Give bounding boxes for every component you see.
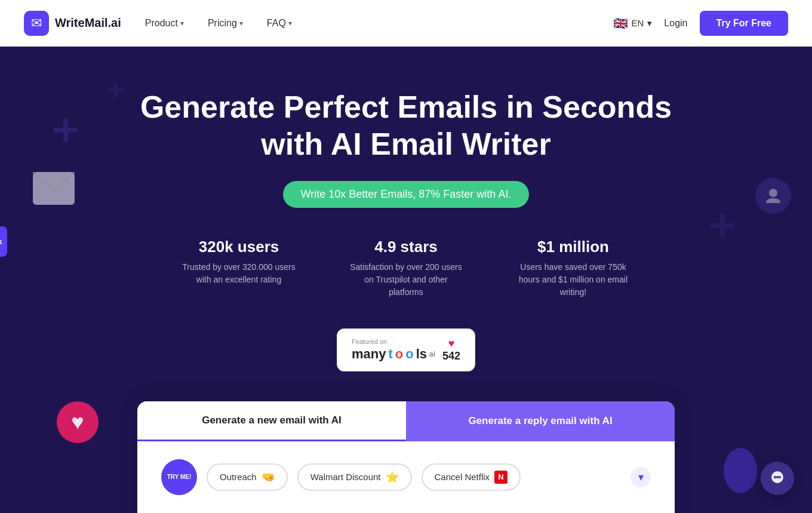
try-free-button[interactable]: Try For Free xyxy=(700,11,788,36)
nav-faq[interactable]: FAQ ▾ xyxy=(267,13,292,33)
decorative-heart: ♥ xyxy=(57,401,99,443)
nav-pricing[interactable]: Pricing ▾ xyxy=(208,13,243,33)
logo[interactable]: ✉ WriteMail.ai xyxy=(24,11,121,36)
manytools-count-section: ♥ 542 xyxy=(442,337,460,363)
tab-body: TRY ME! Outreach 🤜 Walmart Discount ⭐ Ca… xyxy=(137,441,675,513)
chevron-down-icon: ▾ xyxy=(180,19,184,27)
svg-point-12 xyxy=(779,476,781,478)
stat-users: 320k users Trusted by over 320.000 users… xyxy=(179,238,299,299)
chevron-down-icon: ▾ xyxy=(239,19,243,27)
tab-new-email[interactable]: Generate a new email with AI xyxy=(137,401,406,441)
logo-icon: ✉ xyxy=(24,11,49,36)
tab-header: Generate a new email with AI Generate a … xyxy=(137,401,675,441)
chevron-down-icon: ▾ xyxy=(647,18,652,29)
feedback-tab[interactable]: Feedback xyxy=(0,226,7,257)
manytools-featured-label: Featured on xyxy=(352,338,435,345)
pill-outreach[interactable]: Outreach 🤜 xyxy=(207,463,288,491)
chevron-down-icon: ▾ xyxy=(638,471,644,484)
stat-stars-desc: Satisfaction by over 200 users on Trustp… xyxy=(346,261,466,299)
stat-savings: $1 million Users have saved over 750k ho… xyxy=(513,238,633,299)
navbar-left: ✉ WriteMail.ai Product ▾ Pricing ▾ FAQ ▾ xyxy=(24,11,292,36)
navbar: ✉ WriteMail.ai Product ▾ Pricing ▾ FAQ ▾… xyxy=(0,0,812,47)
login-button[interactable]: Login xyxy=(664,18,687,29)
svg-point-11 xyxy=(776,476,779,478)
pills-row: TRY ME! Outreach 🤜 Walmart Discount ⭐ Ca… xyxy=(161,459,651,495)
pill-walmart-label: Walmart Discount xyxy=(310,472,381,482)
decorative-envelope xyxy=(33,172,75,207)
more-options-button[interactable]: ▾ xyxy=(630,467,651,487)
svg-point-10 xyxy=(774,476,776,478)
svg-rect-3 xyxy=(107,88,123,92)
walmart-icon: ⭐ xyxy=(386,471,399,484)
decorative-blob-right xyxy=(722,447,758,497)
stat-savings-value: $1 million xyxy=(513,238,633,256)
svg-rect-6 xyxy=(710,223,734,228)
svg-point-8 xyxy=(724,448,757,493)
decorative-cross-right xyxy=(710,214,734,240)
nav-product[interactable]: Product ▾ xyxy=(145,13,184,33)
decorative-cross-2 xyxy=(107,82,123,100)
stat-stars: 4.9 stars Satisfaction by over 200 users… xyxy=(346,238,466,299)
chat-icon xyxy=(769,470,786,487)
logo-text: WriteMail.ai xyxy=(55,16,121,30)
navbar-right: 🇬🇧 EN ▾ Login Try For Free xyxy=(613,11,788,36)
decorative-cross xyxy=(54,118,78,145)
outreach-icon: 🤜 xyxy=(262,471,275,484)
pill-netflix-label: Cancel Netflix xyxy=(435,472,490,482)
decorative-avatar-right xyxy=(755,178,791,214)
stats-row: 320k users Trusted by over 320.000 users… xyxy=(179,238,633,299)
stat-stars-value: 4.9 stars xyxy=(346,238,466,256)
stat-users-desc: Trusted by over 320.000 users with an ex… xyxy=(179,261,299,286)
chevron-down-icon: ▾ xyxy=(288,19,292,27)
manytools-badge: Featured on manytoolsai ♥ 542 xyxy=(337,328,475,371)
manytools-logo: manytoolsai xyxy=(352,346,435,362)
pill-outreach-label: Outreach xyxy=(220,472,257,482)
hero-badge: Write 10x Better Emails, 87% Faster with… xyxy=(283,181,530,208)
heart-icon: ♥ xyxy=(448,337,455,350)
stat-users-value: 320k users xyxy=(179,238,299,256)
tab-reply-email[interactable]: Generate a reply email with AI xyxy=(406,401,675,441)
try-me-badge[interactable]: TRY ME! xyxy=(161,459,197,495)
pill-netflix[interactable]: Cancel Netflix N xyxy=(422,463,521,491)
pill-walmart[interactable]: Walmart Discount ⭐ xyxy=(297,463,412,491)
svg-point-7 xyxy=(769,189,777,197)
manytools-content: Featured on manytoolsai xyxy=(352,338,435,362)
hero-title: Generate Perfect Emails in Seconds with … xyxy=(137,88,675,163)
tab-container: Generate a new email with AI Generate a … xyxy=(137,401,675,513)
language-selector[interactable]: 🇬🇧 EN ▾ xyxy=(613,16,653,30)
svg-rect-1 xyxy=(54,128,78,133)
manytools-count: 542 xyxy=(442,350,460,363)
flag-icon: 🇬🇧 xyxy=(613,16,628,30)
chat-bubble-button[interactable] xyxy=(761,462,794,495)
stat-savings-desc: Users have saved over 750k hours and $1 … xyxy=(513,261,633,299)
netflix-icon: N xyxy=(494,471,508,484)
hero-section: ♥ Generate Perfect Emails in Seconds wit… xyxy=(0,47,812,513)
